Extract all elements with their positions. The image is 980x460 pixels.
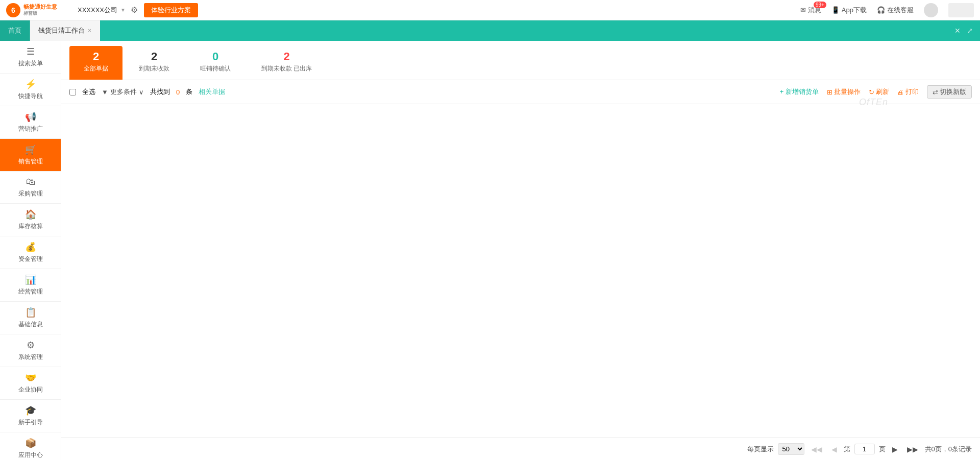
printer-icon: 🖨 bbox=[897, 88, 904, 96]
batch-operation-button[interactable]: ⊞ 批量操作 bbox=[827, 87, 861, 96]
operations-icon: 📊 bbox=[25, 274, 36, 285]
switch-icon: ⇄ bbox=[933, 88, 938, 96]
prev-page-button[interactable]: ◀ bbox=[829, 444, 840, 454]
stat-tab-overdue[interactable]: 2 到期未收款 bbox=[125, 46, 184, 80]
related-orders-link[interactable]: 相关单据 bbox=[199, 87, 225, 96]
app-center-icon: 📦 bbox=[25, 438, 36, 449]
last-page-button[interactable]: ▶▶ bbox=[904, 444, 921, 454]
sidebar-item-quick-nav[interactable]: ⚡ 快捷导航 bbox=[0, 74, 61, 106]
sidebar-item-label: 经营管理 bbox=[18, 287, 43, 296]
switch-label: 切换新版 bbox=[940, 87, 966, 96]
stat-shipped-label: 到期未收款 已出库 bbox=[261, 64, 312, 73]
chevron-down-icon: ∨ bbox=[139, 88, 144, 96]
window-maximize-icon[interactable]: ⤢ bbox=[967, 27, 973, 35]
sidebar-item-basic-info[interactable]: 📋 基础信息 bbox=[0, 302, 61, 334]
main-layout: ☰ 搜索菜单 ⚡ 快捷导航 📢 营销推广 🛒 销售管理 🛍 采购管理 🏠 库存核… bbox=[0, 41, 980, 460]
stats-tabs: 2 全部单据 2 到期未收款 0 旺铺待确认 2 到期未收款 已出库 bbox=[61, 41, 980, 80]
sidebar: ☰ 搜索菜单 ⚡ 快捷导航 📢 营销推广 🛒 销售管理 🛍 采购管理 🏠 库存核… bbox=[0, 41, 61, 460]
tab-workbench[interactable]: 钱货日清工作台 × bbox=[30, 20, 100, 41]
refresh-label: 刷新 bbox=[876, 87, 889, 96]
refresh-button[interactable]: ↻ 刷新 bbox=[869, 87, 889, 96]
sidebar-item-guide[interactable]: 🎓 新手引导 bbox=[0, 400, 61, 432]
first-page-button[interactable]: ◀◀ bbox=[808, 444, 825, 454]
stat-tab-wangpu[interactable]: 0 旺铺待确认 bbox=[186, 46, 245, 80]
sidebar-item-label: 采购管理 bbox=[18, 189, 43, 198]
batch-icon: ⊞ bbox=[827, 88, 832, 96]
sidebar-item-operations[interactable]: 📊 经营管理 bbox=[0, 269, 61, 302]
sales-icon: 🛒 bbox=[25, 144, 36, 155]
window-close-icon[interactable]: ✕ bbox=[954, 27, 961, 35]
trial-button[interactable]: 体验行业方案 bbox=[144, 3, 198, 17]
toolbar-right: + 新增销货单 ⊞ 批量操作 ↻ 刷新 🖨 打印 ⇄ 切换新版 bbox=[780, 85, 972, 99]
pagination: 每页显示 50 100 200 ◀◀ ◀ 第 页 ▶ ▶▶ 共0页，0条记录 bbox=[61, 438, 980, 460]
company-selector[interactable]: XXXXXX公司 ▼ bbox=[78, 6, 126, 15]
app-download-icon: 📱 bbox=[831, 6, 840, 14]
switch-version-button[interactable]: ⇄ 切换新版 bbox=[927, 85, 972, 99]
refresh-icon: ↻ bbox=[869, 88, 874, 96]
system-icon: ⚙ bbox=[27, 340, 35, 351]
tab-close-icon[interactable]: × bbox=[88, 27, 91, 34]
select-all-label: 全选 bbox=[82, 87, 95, 96]
sidebar-item-sales[interactable]: 🛒 销售管理 bbox=[0, 139, 61, 172]
page-number-input[interactable] bbox=[854, 444, 875, 454]
sidebar-item-search[interactable]: ☰ 搜索菜单 bbox=[0, 41, 61, 74]
stat-all-number: 2 bbox=[93, 50, 99, 63]
stat-all-label: 全部单据 bbox=[84, 64, 108, 73]
sidebar-item-label: 系统管理 bbox=[18, 353, 43, 361]
sidebar-item-app-center[interactable]: 📦 应用中心 bbox=[0, 432, 61, 460]
filter-button[interactable]: ▼ 更多条件 ∨ bbox=[102, 87, 144, 96]
enterprise-icon: 🤝 bbox=[25, 372, 36, 383]
sidebar-item-label: 新手引导 bbox=[18, 418, 43, 427]
stat-wangpu-number: 0 bbox=[212, 50, 218, 63]
sidebar-item-inventory[interactable]: 🏠 库存核算 bbox=[0, 204, 61, 236]
tab-home[interactable]: 首页 bbox=[0, 20, 30, 41]
company-name: XXXXXX公司 bbox=[78, 6, 117, 15]
sidebar-item-finance[interactable]: 💰 资金管理 bbox=[0, 236, 61, 269]
logo-icon: 6 bbox=[6, 3, 20, 17]
window-controls: ✕ ⤢ bbox=[947, 20, 980, 41]
logo-text: 畅捷通好生意 bbox=[23, 3, 57, 10]
headset-icon: 🎧 bbox=[877, 6, 885, 14]
sidebar-item-label: 资金管理 bbox=[18, 255, 43, 263]
company-dropdown-arrow: ▼ bbox=[120, 7, 126, 13]
filter-icon: ▼ bbox=[102, 88, 108, 96]
sidebar-item-purchase[interactable]: 🛍 采购管理 bbox=[0, 172, 61, 204]
logo-area: 6 畅捷通好生意 标普版 bbox=[6, 3, 67, 17]
add-sales-order-button[interactable]: + 新增销货单 bbox=[780, 87, 819, 96]
basic-info-icon: 📋 bbox=[25, 307, 36, 318]
stat-wangpu-label: 旺铺待确认 bbox=[200, 64, 231, 73]
sidebar-item-system[interactable]: ⚙ 系统管理 bbox=[0, 334, 61, 367]
sidebar-item-label: 库存核算 bbox=[18, 222, 43, 231]
inventory-icon: 🏠 bbox=[25, 209, 36, 220]
page-label: 第 bbox=[844, 445, 850, 454]
workbench-tab-label: 钱货日清工作台 bbox=[38, 26, 85, 35]
user-name bbox=[948, 3, 974, 17]
print-button[interactable]: 🖨 打印 bbox=[897, 87, 919, 96]
stat-tab-all[interactable]: 2 全部单据 bbox=[69, 46, 122, 80]
sidebar-item-label: 企业协同 bbox=[18, 385, 43, 394]
nav-tabs: 首页 钱货日清工作台 × ✕ ⤢ bbox=[0, 20, 980, 41]
sidebar-item-label: 搜索菜单 bbox=[18, 59, 43, 68]
stat-shipped-number: 2 bbox=[284, 50, 290, 63]
found-unit: 条 bbox=[186, 87, 192, 96]
per-page-select[interactable]: 50 100 200 bbox=[778, 443, 804, 455]
next-page-button[interactable]: ▶ bbox=[890, 444, 900, 454]
avatar[interactable] bbox=[924, 3, 938, 17]
table-area bbox=[61, 104, 980, 438]
stat-overdue-label: 到期未收款 bbox=[139, 64, 169, 73]
settings-icon[interactable]: ⚙ bbox=[131, 5, 138, 15]
stat-tab-shipped[interactable]: 2 到期未收款 已出库 bbox=[247, 46, 326, 80]
found-prefix: 共找到 bbox=[150, 87, 170, 96]
app-download-item[interactable]: 📱 App下载 bbox=[831, 6, 867, 15]
batch-label: 批量操作 bbox=[834, 87, 861, 96]
message-item[interactable]: ✉ 消息 99+ bbox=[800, 6, 821, 15]
finance-icon: 💰 bbox=[25, 241, 36, 253]
print-label: 打印 bbox=[905, 87, 919, 96]
quick-nav-icon: ⚡ bbox=[25, 79, 36, 90]
select-all-checkbox[interactable] bbox=[69, 89, 76, 95]
sidebar-item-enterprise[interactable]: 🤝 企业协同 bbox=[0, 367, 61, 400]
online-service-item[interactable]: 🎧 在线客服 bbox=[877, 6, 914, 15]
sidebar-item-marketing[interactable]: 📢 营销推广 bbox=[0, 106, 61, 139]
marketing-icon: 📢 bbox=[25, 111, 36, 123]
message-icon: ✉ bbox=[800, 6, 806, 14]
